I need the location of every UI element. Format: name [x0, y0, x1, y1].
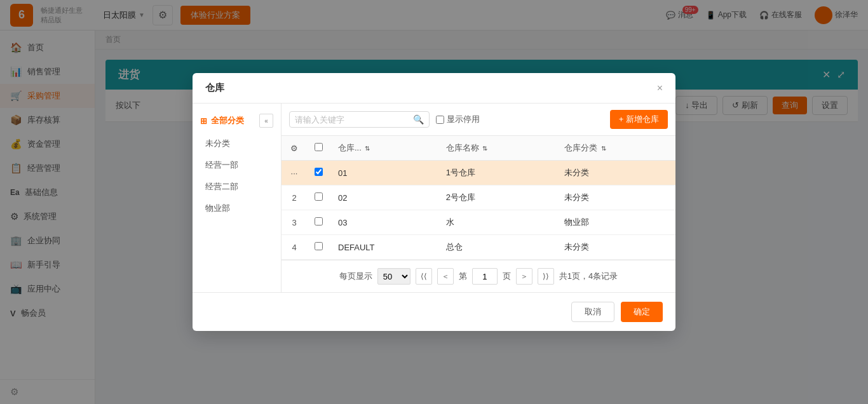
next-page-button[interactable]: ＞	[516, 268, 532, 285]
per-page-select[interactable]: 50 10 20 100	[377, 268, 410, 285]
row-name: 水	[438, 210, 557, 235]
all-label: 全部分类	[211, 115, 244, 126]
table-row[interactable]: 4 DEFAULT 总仓 未分类	[281, 235, 675, 260]
th-checkbox	[307, 136, 330, 161]
page-unit: 页	[503, 271, 511, 282]
search-icon: 🔍	[413, 114, 424, 125]
search-box: 🔍	[289, 111, 430, 128]
page-label: 第	[459, 271, 467, 282]
row-category: 物业部	[557, 210, 675, 235]
row-checkbox[interactable]	[315, 217, 323, 226]
pagination: 每页显示 50 10 20 100 ⟨⟨ ＜ 第 页 ＞ ⟩⟩ 共1页，4条记录	[281, 260, 675, 292]
table-row[interactable]: 3 03 水 物业部	[281, 210, 675, 235]
first-page-button[interactable]: ⟨⟨	[416, 268, 432, 285]
table-area: 🔍 显示停用 + 新增仓库 ⚙	[281, 104, 675, 292]
table-wrapper: ⚙ 仓库... ⇅ 仓库名称 ⇅ 仓库分类 ⇅ ··· 01	[281, 136, 675, 260]
modal-title: 仓库	[205, 82, 224, 94]
category-item-ops1[interactable]: 经营一部	[193, 154, 281, 176]
row-category: 未分类	[557, 161, 675, 185]
prev-page-button[interactable]: ＜	[437, 268, 454, 285]
row-num: 2	[281, 185, 307, 210]
th-category: 仓库分类 ⇅	[557, 136, 675, 161]
th-name: 仓库名称 ⇅	[438, 136, 557, 161]
row-checkbox-cell	[307, 210, 330, 235]
warehouse-table: ⚙ 仓库... ⇅ 仓库名称 ⇅ 仓库分类 ⇅ ··· 01	[281, 136, 675, 260]
warehouse-modal: 仓库 × ⊞ 全部分类 « 未分类 经营一部 经营二部 物业部	[193, 73, 675, 331]
row-num: 4	[281, 235, 307, 260]
table-row[interactable]: ··· 01 1号仓库 未分类	[281, 161, 675, 185]
show-disabled-checkbox[interactable]	[436, 116, 444, 124]
th-gear: ⚙	[281, 136, 307, 161]
category-item-ops2[interactable]: 经营二部	[193, 176, 281, 198]
category-all[interactable]: ⊞ 全部分类 «	[193, 109, 281, 133]
table-row[interactable]: 2 02 2号仓库 未分类	[281, 185, 675, 210]
row-category: 未分类	[557, 185, 675, 210]
category-item-unclassified[interactable]: 未分类	[193, 133, 281, 154]
row-name: 1号仓库	[438, 161, 557, 185]
category-item-property[interactable]: 物业部	[193, 198, 281, 219]
row-actions[interactable]: ···	[281, 161, 307, 185]
select-all-checkbox[interactable]	[315, 143, 323, 151]
row-code: 03	[330, 210, 438, 235]
sort-icon-category: ⇅	[601, 145, 606, 152]
row-checkbox[interactable]	[315, 242, 323, 250]
row-code: 02	[330, 185, 438, 210]
category-sidebar: ⊞ 全部分类 « 未分类 经营一部 经营二部 物业部	[193, 104, 281, 292]
row-checkbox-cell	[307, 161, 330, 185]
confirm-button[interactable]: 确定	[621, 302, 663, 322]
row-num: 3	[281, 210, 307, 235]
sort-icon-name: ⇅	[482, 145, 487, 152]
show-disabled-label[interactable]: 显示停用	[436, 114, 480, 125]
row-name: 2号仓库	[438, 185, 557, 210]
total-info: 共1页，4条记录	[559, 271, 618, 282]
add-warehouse-button[interactable]: + 新增仓库	[610, 110, 668, 129]
row-checkbox-cell	[307, 235, 330, 260]
search-input[interactable]	[295, 115, 409, 125]
modal-footer: 取消 确定	[193, 292, 675, 331]
collapse-icon: «	[264, 118, 268, 125]
table-header-row: ⚙ 仓库... ⇅ 仓库名称 ⇅ 仓库分类 ⇅	[281, 136, 675, 161]
table-toolbar: 🔍 显示停用 + 新增仓库	[281, 104, 675, 136]
modal-close-button[interactable]: ×	[657, 83, 663, 94]
per-page-label: 每页显示	[339, 271, 372, 282]
table-body: ··· 01 1号仓库 未分类 2 02 2号仓库	[281, 161, 675, 260]
row-checkbox[interactable]	[315, 168, 323, 176]
row-checkbox[interactable]	[315, 192, 323, 201]
modal-body: ⊞ 全部分类 « 未分类 经营一部 经营二部 物业部 🔍	[193, 104, 675, 292]
sort-icon-code: ⇅	[365, 145, 370, 152]
modal-overlay: 仓库 × ⊞ 全部分类 « 未分类 经营一部 经营二部 物业部	[0, 0, 868, 404]
row-name: 总仓	[438, 235, 557, 260]
th-code: 仓库... ⇅	[330, 136, 438, 161]
table-head: ⚙ 仓库... ⇅ 仓库名称 ⇅ 仓库分类 ⇅	[281, 136, 675, 161]
grid-icon: ⊞	[200, 116, 207, 126]
row-code: 01	[330, 161, 438, 185]
last-page-button[interactable]: ⟩⟩	[538, 268, 554, 285]
row-category: 未分类	[557, 235, 675, 260]
page-input[interactable]	[472, 268, 498, 285]
modal-header: 仓库 ×	[193, 73, 675, 104]
show-disabled-text: 显示停用	[447, 114, 480, 125]
row-code: DEFAULT	[330, 235, 438, 260]
collapse-button[interactable]: «	[259, 114, 273, 128]
row-checkbox-cell	[307, 185, 330, 210]
cancel-button[interactable]: 取消	[571, 302, 614, 322]
